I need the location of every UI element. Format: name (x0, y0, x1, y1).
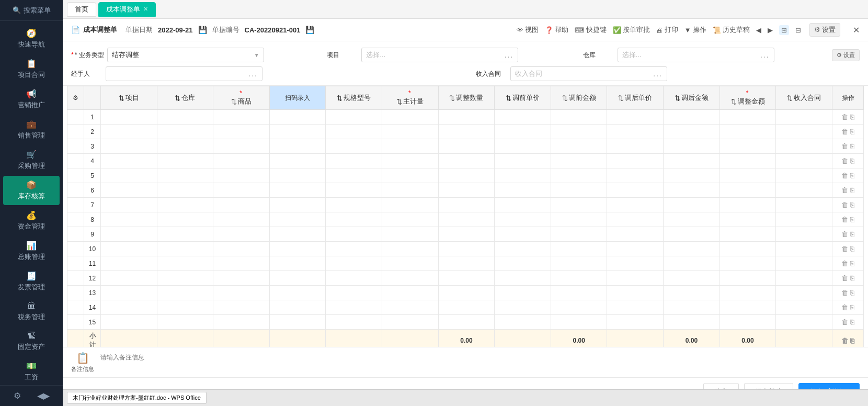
cell-after_amount[interactable] (664, 110, 720, 125)
warehouse-input[interactable]: 选择... ... (618, 48, 774, 62)
col-product-header[interactable]: ⇅商品 (213, 86, 270, 110)
header-action-1[interactable]: ❓帮助 (545, 25, 568, 35)
cell-spec[interactable] (326, 271, 382, 286)
sidebar-item-quick-nav[interactable]: 🧭快速导航 (3, 24, 60, 53)
cell-product[interactable] (213, 286, 270, 300)
cell-warehouse[interactable] (157, 256, 213, 271)
col-spec-header[interactable]: ⇅规格型号 (326, 86, 382, 110)
nav-next-icon[interactable]: ▶ (768, 26, 773, 34)
taskbar-item[interactable]: 木门行业好业财处理方案-墨红红.doc - WPS Office (67, 392, 207, 404)
sidebar-item-tax-mgmt[interactable]: 🏛税务管理 (3, 297, 60, 326)
row-copy-icon[interactable]: ⎘ (850, 216, 854, 223)
col-project-header[interactable]: ⇅项目 (101, 86, 157, 110)
project-input[interactable]: 选择... ... (361, 48, 518, 62)
cell-scan[interactable] (269, 125, 326, 139)
cell-scan[interactable] (269, 256, 326, 271)
cell-before_amount[interactable] (551, 256, 607, 271)
cell-warehouse[interactable] (157, 183, 213, 198)
row-delete-icon[interactable]: 🗑 (841, 172, 848, 179)
cell-after_price[interactable] (607, 154, 664, 168)
cell-product[interactable] (213, 212, 270, 227)
cell-unit[interactable] (382, 139, 439, 154)
row-copy-icon[interactable]: ⎘ (850, 172, 854, 179)
cell-before_amount[interactable] (551, 168, 607, 183)
row-copy-icon[interactable]: ⎘ (850, 289, 854, 297)
cell-scan[interactable] (269, 300, 326, 315)
cell-after_amount[interactable] (664, 212, 720, 227)
cell-product[interactable] (213, 242, 270, 256)
cell-adjust_qty[interactable] (438, 286, 495, 300)
cell-project[interactable] (101, 125, 157, 139)
col-before-price-header[interactable]: ⇅调前单价 (495, 86, 551, 110)
cell-income_contract[interactable] (776, 154, 832, 168)
cell-adjust_qty[interactable] (438, 168, 495, 183)
col-unit-header[interactable]: ⇅主计量 (382, 86, 439, 110)
cell-adjust_amount[interactable] (719, 256, 776, 271)
header-action-3[interactable]: ✅按单审批 (613, 25, 650, 35)
cell-warehouse[interactable] (157, 315, 213, 330)
cell-unit[interactable] (382, 256, 439, 271)
cell-adjust_qty[interactable] (438, 139, 495, 154)
sidebar-item-invoice-mgmt[interactable]: 🧾发票管理 (3, 267, 60, 296)
cell-after_amount[interactable] (664, 125, 720, 139)
cell-product[interactable] (213, 110, 270, 125)
cell-unit[interactable] (382, 110, 439, 125)
cell-unit[interactable] (382, 212, 439, 227)
cell-after_price[interactable] (607, 271, 664, 286)
cell-after_price[interactable] (607, 125, 664, 139)
cell-before_price[interactable] (495, 183, 551, 198)
cell-before_amount[interactable] (551, 139, 607, 154)
cell-after_price[interactable] (607, 139, 664, 154)
row-copy-icon[interactable]: ⎘ (850, 230, 854, 238)
cell-before_amount[interactable] (551, 227, 607, 242)
cell-income_contract[interactable] (776, 198, 832, 212)
view-table-icon[interactable]: ⊞ (779, 25, 789, 35)
cell-adjust_amount[interactable] (719, 300, 776, 315)
cell-product[interactable] (213, 154, 270, 168)
cell-unit[interactable] (382, 242, 439, 256)
tab-close-1[interactable]: ✕ (143, 6, 148, 13)
cell-project[interactable] (101, 168, 157, 183)
cell-unit[interactable] (382, 198, 439, 212)
row-delete-icon[interactable]: 🗑 (841, 274, 848, 282)
close-window-button[interactable]: ✕ (853, 25, 860, 35)
cell-unit[interactable] (382, 315, 439, 330)
cell-scan[interactable] (269, 227, 326, 242)
cell-adjust_qty[interactable] (438, 227, 495, 242)
cell-product[interactable] (213, 198, 270, 212)
cell-after_amount[interactable] (664, 139, 720, 154)
cell-after_price[interactable] (607, 286, 664, 300)
cell-adjust_qty[interactable] (438, 125, 495, 139)
sidebar-item-inventory[interactable]: 📦库存核算 (3, 176, 60, 205)
cell-after_amount[interactable] (664, 242, 720, 256)
cell-adjust_qty[interactable] (438, 110, 495, 125)
cell-project[interactable] (101, 256, 157, 271)
cell-after_amount[interactable] (664, 168, 720, 183)
cell-after_price[interactable] (607, 256, 664, 271)
cell-income_contract[interactable] (776, 125, 832, 139)
cell-warehouse[interactable] (157, 168, 213, 183)
cell-spec[interactable] (326, 315, 382, 330)
cell-before_price[interactable] (495, 125, 551, 139)
cell-unit[interactable] (382, 168, 439, 183)
row-copy-icon[interactable]: ⎘ (850, 142, 854, 150)
cell-income_contract[interactable] (776, 139, 832, 154)
cell-income_contract[interactable] (776, 242, 832, 256)
cell-project[interactable] (101, 183, 157, 198)
cell-before_price[interactable] (495, 168, 551, 183)
cell-spec[interactable] (326, 212, 382, 227)
col-after-amount-header[interactable]: ⇅调后金额 (664, 86, 720, 110)
row-copy-icon[interactable]: ⎘ (850, 157, 854, 165)
cell-spec[interactable] (326, 242, 382, 256)
cell-scan[interactable] (269, 198, 326, 212)
cell-scan[interactable] (269, 183, 326, 198)
settings-icon[interactable]: ⚙ (14, 391, 21, 401)
cell-warehouse[interactable] (157, 212, 213, 227)
cell-spec[interactable] (326, 198, 382, 212)
cell-warehouse[interactable] (157, 125, 213, 139)
cell-before_price[interactable] (495, 286, 551, 300)
cell-adjust_amount[interactable] (719, 212, 776, 227)
cell-before_amount[interactable] (551, 198, 607, 212)
sidebar-search-button[interactable]: 🔍 搜索菜单 (8, 6, 55, 15)
sidebar-item-fixed-assets[interactable]: 🏗固定资产 (3, 327, 60, 356)
